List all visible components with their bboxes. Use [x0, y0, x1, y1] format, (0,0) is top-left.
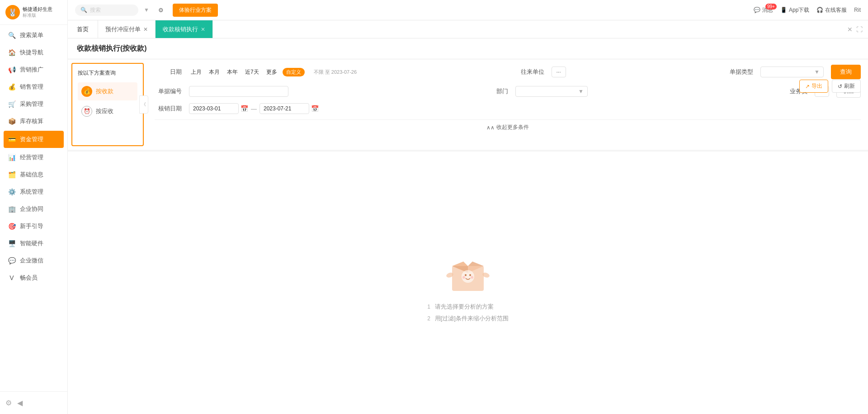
service-icon: 🎧	[816, 7, 823, 13]
sidebar-nav: 🔍 搜索菜单 🏠 快捷导航 📢 营销推广 💰 销售管理 🛒 采购管理 📦 库存核…	[0, 25, 67, 391]
date-this-year[interactable]: 本年	[225, 67, 240, 77]
date-last-month[interactable]: 上月	[189, 67, 203, 77]
sidebar-item-purchase[interactable]: 🛒 采购管理	[0, 95, 67, 113]
receivable-option-icon: ⏰	[81, 106, 92, 117]
sidebar-item-marketing[interactable]: 📢 营销推广	[0, 61, 67, 78]
receipt-option-icon: 💰	[81, 86, 92, 97]
export-button[interactable]: ↗ 导出	[799, 80, 828, 93]
filter-container: 按以下方案查询 💰 按收款 ⏰ 按应收 《 日期	[68, 59, 868, 150]
logo-icon: 🐰	[5, 5, 20, 19]
svg-marker-4	[468, 262, 484, 266]
message-button[interactable]: 💬 消息 99+	[754, 6, 773, 14]
svg-marker-3	[452, 262, 468, 266]
sidebar-item-hardware[interactable]: 🖥️ 智能硬件	[0, 235, 67, 252]
sidebar-item-operation[interactable]: 📊 经营管理	[0, 149, 67, 166]
topbar-search[interactable]: 🔍 搜索	[75, 5, 138, 16]
sidebar-item-sales[interactable]: 💰 销售管理	[0, 78, 67, 95]
collapse-more-button[interactable]: ∧∧ 收起更多条件	[155, 119, 861, 135]
topbar-right: 💬 消息 99+ 📱 App下载 🎧 在线客服 Rit	[754, 6, 861, 14]
guide-icon: 🎯	[7, 223, 16, 230]
collapse-panel-button[interactable]: 《	[139, 95, 148, 114]
calendar-end-icon[interactable]: 📅	[311, 105, 319, 112]
refresh-icon: ↺	[838, 83, 842, 90]
topbar-left: 🔍 搜索 ▼ ⚙ 体验行业方案	[75, 4, 746, 17]
tab-home[interactable]: 首页	[68, 20, 98, 38]
logo-text: 畅捷通好生意 标准版	[23, 6, 52, 19]
app-icon: 📱	[780, 7, 787, 13]
date-this-month[interactable]: 本月	[207, 67, 222, 77]
collapse-sidebar-icon[interactable]: ◀	[17, 399, 23, 407]
svg-point-8	[462, 276, 465, 279]
query-button[interactable]: 查询	[831, 65, 861, 79]
sidebar-item-member[interactable]: V 畅会员	[0, 269, 67, 286]
search-topbar-icon: 🔍	[80, 7, 87, 13]
verify-date-label: 核销日期	[155, 105, 182, 113]
topbar-dropdown[interactable]: ▼	[144, 7, 149, 13]
topbar: 🔍 搜索 ▼ ⚙ 体验行业方案 💬 消息 99+ 📱 App下载 🎧 在线客服	[68, 0, 868, 20]
tab-close-prepay[interactable]: ✕	[143, 26, 148, 33]
counterpart-label: 往来单位	[517, 68, 544, 76]
date-7days[interactable]: 近7天	[243, 67, 261, 77]
tab-close-receipt[interactable]: ✕	[201, 26, 205, 33]
date-more[interactable]: 更多	[264, 67, 279, 77]
date-range: 📅 — 📅	[189, 103, 319, 114]
finance-icon: 💳	[7, 136, 16, 143]
sidebar: 🐰 畅捷通好生意 标准版 🔍 搜索菜单 🏠 快捷导航 📢 营销推广 💰 销售管理…	[0, 0, 68, 414]
sidebar-item-company[interactable]: 🏢 企业协同	[0, 200, 67, 218]
content-area: ↗ 导出 ↺ 刷新 收款核销执行(按收款) 按以下方案查询 💰 按收款	[68, 38, 868, 414]
tabbar-actions: ✕ ⛶	[842, 20, 868, 38]
verify-date-start-input[interactable]	[189, 103, 239, 114]
date-range-dash: —	[251, 105, 257, 112]
query-panel: 按以下方案查询 💰 按收款 ⏰ 按应收 《	[71, 63, 144, 146]
refresh-button[interactable]: ↺ 刷新	[832, 80, 861, 93]
order-type-select[interactable]: ▼	[760, 67, 824, 77]
order-no-input[interactable]	[189, 86, 288, 97]
date-label: 日期	[155, 68, 182, 76]
filter-row-1: 日期 上月 本月 本年 近7天 更多 自定义 不限 至 2023-07-26 往…	[155, 65, 861, 79]
sidebar-item-quick[interactable]: 🏠 快捷导航	[0, 44, 67, 61]
export-icon: ↗	[805, 83, 810, 90]
hardware-icon: 🖥️	[7, 240, 16, 247]
sidebar-item-guide[interactable]: 🎯 新手引导	[0, 218, 67, 235]
sidebar-item-wechat[interactable]: 💬 企业微信	[0, 252, 67, 269]
expand-tab-icon[interactable]: ⛶	[856, 26, 863, 33]
svg-point-9	[471, 276, 473, 279]
solution-button[interactable]: 体验行业方案	[173, 4, 218, 17]
operation-icon: 📊	[7, 154, 16, 161]
page-title: 收款核销执行(按收款)	[77, 44, 859, 59]
tab-prepay[interactable]: 预付冲应付单 ✕	[98, 20, 156, 38]
page-actions: ↗ 导出 ↺ 刷新	[799, 80, 861, 93]
sidebar-item-search[interactable]: 🔍 搜索菜单	[0, 27, 67, 44]
verify-date-end-input[interactable]	[259, 103, 309, 114]
system-icon: ⚙️	[7, 188, 16, 195]
user-info[interactable]: Rit	[854, 7, 861, 13]
order-type-chevron: ▼	[814, 69, 820, 75]
gear-button[interactable]: ⚙	[155, 4, 167, 16]
filter-dates: 上月 本月 本年 近7天 更多 自定义	[189, 67, 305, 77]
sidebar-item-system[interactable]: ⚙️ 系统管理	[0, 183, 67, 200]
filter-row-3: 核销日期 📅 — 📅	[155, 103, 861, 114]
empty-tip-2: 2 用[过滤]条件来缩小分析范围	[427, 313, 509, 324]
query-option-by-receivable[interactable]: ⏰ 按应收	[78, 102, 137, 120]
date-custom-tag[interactable]: 自定义	[283, 68, 305, 76]
company-icon: 🏢	[7, 205, 16, 213]
online-service-button[interactable]: 🎧 在线客服	[816, 6, 847, 14]
query-option-by-receipt[interactable]: 💰 按收款	[78, 82, 137, 100]
sidebar-item-basic[interactable]: 🗂️ 基础信息	[0, 166, 67, 183]
tabbar: 首页 预付冲应付单 ✕ 收款核销执行 ✕ ✕ ⛶	[68, 20, 868, 38]
filter-section: 收款核销执行(按收款) 按以下方案查询 💰 按收款 ⏰ 按应收 《	[68, 38, 868, 150]
close-tab-icon[interactable]: ✕	[847, 26, 853, 33]
department-select[interactable]: ▼	[515, 86, 588, 97]
counterpart-input[interactable]: ···	[552, 67, 566, 77]
marketing-icon: 📢	[7, 66, 16, 73]
verify-date-start-group: 📅	[189, 103, 248, 114]
page-header: 收款核销执行(按收款)	[68, 38, 868, 59]
empty-illustration	[439, 241, 497, 295]
sidebar-item-inventory[interactable]: 📦 库存核算	[0, 113, 67, 130]
department-label: 部门	[481, 87, 508, 95]
settings-icon[interactable]: ⚙	[5, 399, 12, 407]
calendar-start-icon[interactable]: 📅	[241, 105, 248, 112]
app-download-button[interactable]: 📱 App下载	[780, 6, 809, 14]
tab-receipt[interactable]: 收款核销执行 ✕	[156, 20, 213, 38]
sidebar-item-finance[interactable]: 💳 资金管理	[4, 131, 64, 148]
